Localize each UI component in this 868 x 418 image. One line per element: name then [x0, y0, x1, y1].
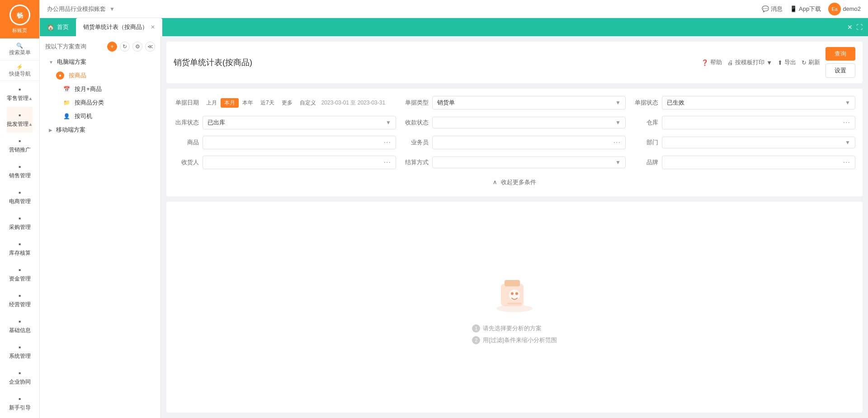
- sidebar-search[interactable]: 🔍 搜索菜单: [0, 38, 39, 61]
- tab-close-window-icon[interactable]: ✕: [847, 24, 853, 31]
- date-range-text: 2023-03-01 至 2023-03-31: [321, 99, 385, 107]
- sidebar-item-operations[interactable]: ▪ 经营管理: [7, 287, 33, 313]
- empty-step-2: 2 用[过滤]条件来缩小分析范围: [472, 336, 557, 344]
- doc-type-value: 销货单: [437, 99, 455, 107]
- page-actions: ❓ 帮助 🖨 按模板打印 ▼ ⬆ 导出 ↻ 刷新: [701, 47, 855, 78]
- tab-fullscreen-icon[interactable]: ⛶: [856, 24, 863, 31]
- step1-text: 请先选择要分析的方案: [483, 324, 542, 332]
- refresh-action[interactable]: ↻ 刷新: [802, 58, 820, 66]
- tree-active-dot-by_product: ●: [56, 71, 64, 80]
- empty-state: 1 请先选择要分析的方案 2 用[过滤]条件来缩小分析范围: [166, 202, 863, 413]
- empty-text: 1 请先选择要分析的方案 2 用[过滤]条件来缩小分析范围: [472, 324, 557, 344]
- tree-label-pc: 电脑端方案: [57, 58, 86, 66]
- sidebar-label-purchase: 采购管理: [9, 223, 31, 231]
- sidebar-item-basic[interactable]: ▪ 基础信息: [7, 313, 33, 339]
- home-icon: 🏠: [47, 24, 54, 31]
- refresh-label: 刷新: [808, 58, 820, 66]
- settings-button[interactable]: 设置: [826, 63, 855, 78]
- user-profile[interactable]: Ea demo2: [828, 3, 861, 15]
- sidebar-item-inventory[interactable]: ▪ 库存核算: [7, 236, 33, 261]
- tree-node-by_product[interactable]: ● 按商品: [40, 69, 160, 82]
- sidebar-item-ecommerce[interactable]: ▪ 电商管理: [7, 184, 33, 210]
- brand-label: 品牌: [633, 158, 658, 166]
- add-scheme-btn[interactable]: +: [107, 42, 117, 52]
- sidebar-item-finance[interactable]: ▪ 资金管理: [7, 261, 33, 287]
- warehouse-input[interactable]: ···: [662, 116, 855, 129]
- doc-status-value: 已生效: [667, 99, 684, 107]
- sidebar-menu: ▪ 零售管理▲ ▪ 批发管理▲ ▪ 营销推广 ▪ 销售管理 ▪ 电商管理 ▪ 采…: [7, 81, 33, 418]
- tab-close-icon[interactable]: ✕: [151, 24, 155, 30]
- topbar-dropdown-arrow[interactable]: ▼: [109, 6, 115, 12]
- tree-node-by_month_product[interactable]: 📅 按月+商品: [40, 82, 160, 96]
- svg-point-7: [515, 292, 518, 295]
- settings-scheme-btn[interactable]: ⚙: [132, 42, 142, 52]
- print-arrow[interactable]: ▼: [766, 59, 772, 66]
- brand-input[interactable]: ···: [662, 156, 855, 169]
- date-this-month-btn[interactable]: 本月: [221, 98, 239, 108]
- consignee-label: 收货人: [174, 158, 199, 166]
- sidebar-item-newbie[interactable]: ▪ 新手引导: [7, 390, 33, 416]
- doc-type-input[interactable]: 销货单 ▼: [432, 96, 626, 109]
- payment-input[interactable]: ▼: [432, 157, 626, 168]
- department-label: 部门: [633, 138, 658, 147]
- print-icon: 🖨: [727, 59, 733, 66]
- date-more-btn[interactable]: 更多: [278, 98, 296, 108]
- tab-home[interactable]: 🏠 首页: [40, 18, 76, 36]
- sidebar-quicknav[interactable]: ⚡ 快捷导航: [0, 61, 39, 81]
- sidebar-item-system[interactable]: ▪ 系统管理: [7, 339, 33, 365]
- export-action[interactable]: ⬆ 导出: [778, 58, 796, 66]
- sidebar-item-retail[interactable]: ▪ 零售管理▲: [7, 81, 33, 107]
- content-area: 按以下方案查询 + ↻ ⚙ ≪ ▼: [40, 36, 868, 418]
- query-button[interactable]: 查询: [826, 47, 855, 61]
- topbar: 办公用品行业模拟账套 ▼ 💬 消息 📱 App下载 Ea demo2: [40, 0, 868, 18]
- left-panel-actions: + ↻ ⚙ ≪: [107, 42, 155, 52]
- consignee-input[interactable]: ···: [203, 156, 396, 169]
- salesperson-input[interactable]: ···: [432, 136, 626, 149]
- sidebar-icon-newbie: ▪: [19, 395, 21, 403]
- collapse-more-btn[interactable]: ∧ 收起更多条件: [174, 176, 855, 189]
- filter-product: 商品 ···: [174, 136, 396, 149]
- sidebar-item-corp[interactable]: ▪ 企业协同: [7, 365, 33, 390]
- receipt-status-label: 收款状态: [403, 119, 429, 127]
- sidebar-item-sales[interactable]: ▪ 销售管理: [7, 158, 33, 184]
- tree-node-by_category[interactable]: 📁 按商品分类: [40, 96, 160, 109]
- sidebar-item-marketing[interactable]: ▪ 营销推广: [7, 133, 33, 158]
- add-icon: +: [110, 43, 113, 50]
- sidebar-icon-operations: ▪: [19, 292, 21, 300]
- date-this-year-btn[interactable]: 本年: [239, 98, 257, 108]
- tabbar-right: ✕ ⛶: [847, 24, 868, 31]
- right-panel: 销货单统计表(按商品) ❓ 帮助 🖨 按模板打印 ▼ ⬆ 导出: [161, 36, 868, 418]
- date-wrap: 上月 本月 本年 近7天 更多 自定义 2023-03-01 至 2023-03…: [203, 98, 396, 108]
- doc-status-input[interactable]: 已生效 ▼: [662, 96, 855, 109]
- refresh-icon: ↻: [123, 43, 127, 50]
- product-input[interactable]: ···: [203, 136, 396, 149]
- sidebar-item-apps[interactable]: ▪ 应用中心: [7, 416, 33, 418]
- sidebar-icon-marketing: ▪: [19, 137, 21, 145]
- tab-sales-stat[interactable]: 销货单统计表（按商品） ✕: [76, 18, 162, 36]
- tree-node-by_cashier[interactable]: 👤 按司机: [40, 109, 160, 123]
- logo-text: 标账页: [12, 27, 27, 34]
- tree-node-mobile[interactable]: ▶ 移动端方案: [40, 123, 160, 137]
- sidebar-label-wholesale: 批发管理▲: [7, 120, 33, 128]
- print-action[interactable]: 🖨 按模板打印 ▼: [727, 58, 772, 66]
- date-custom-btn[interactable]: 自定义: [296, 98, 320, 108]
- topbar-left: 办公用品行业模拟账套 ▼: [47, 5, 115, 13]
- refresh-scheme-btn[interactable]: ↻: [120, 42, 130, 52]
- sidebar-item-purchase[interactable]: ▪ 采购管理: [7, 210, 33, 236]
- step2-num: 2: [472, 336, 480, 344]
- sidebar-label-ecommerce: 电商管理: [9, 198, 31, 205]
- out-status-input[interactable]: 已出库 ▼: [203, 116, 396, 129]
- filter-out-status: 出库状态 已出库 ▼: [174, 116, 396, 129]
- app-download-action[interactable]: 📱 App下载: [790, 5, 821, 13]
- department-input[interactable]: ▼: [662, 137, 855, 148]
- salesperson-dots: ···: [613, 138, 621, 147]
- collapse-panel-btn[interactable]: ≪: [145, 42, 155, 52]
- date-7days-btn[interactable]: 近7天: [257, 98, 278, 108]
- message-action[interactable]: 💬 消息: [762, 5, 783, 13]
- sidebar-item-wholesale[interactable]: ▪ 批发管理▲: [7, 107, 33, 133]
- date-last-month-btn[interactable]: 上月: [203, 98, 221, 108]
- receipt-status-input[interactable]: ▼: [432, 117, 626, 128]
- help-action[interactable]: ❓ 帮助: [701, 58, 722, 66]
- action-buttons: 查询 设置: [826, 47, 855, 78]
- tree-node-pc[interactable]: ▼ 电脑端方案: [40, 55, 160, 69]
